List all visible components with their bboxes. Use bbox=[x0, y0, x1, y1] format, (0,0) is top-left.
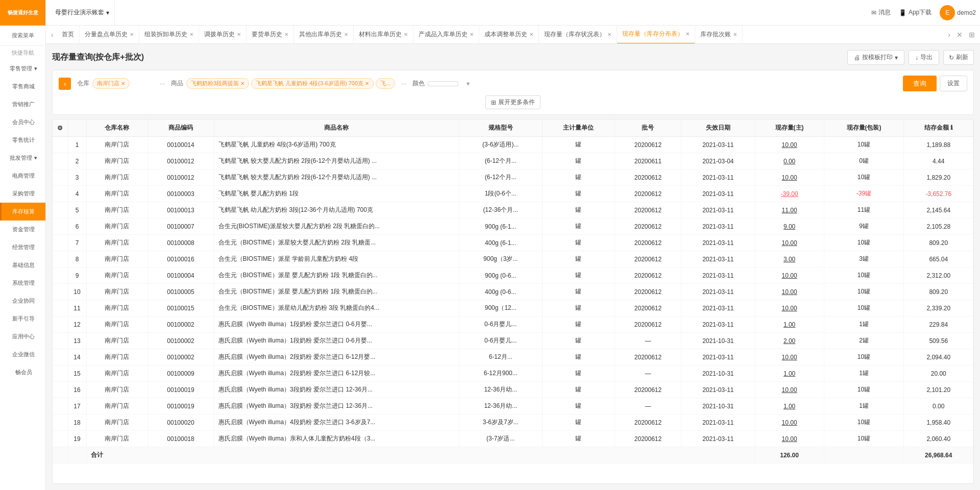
tab-split-inventory[interactable]: 分量盘点单历史 ✕ bbox=[80, 26, 139, 44]
sidebar-item-member2[interactable]: 畅会员 bbox=[0, 363, 45, 381]
refresh-button[interactable]: ↻ 刷新 bbox=[943, 50, 974, 65]
messages-button[interactable]: ✉ 消息 bbox=[871, 8, 891, 17]
tab-prev-button[interactable]: ‹ bbox=[48, 29, 57, 41]
cell-qty-main[interactable]: 10.00 bbox=[755, 431, 824, 447]
sidebar-item-system[interactable]: 系统管理 bbox=[0, 274, 45, 292]
sidebar-item-retail-stats[interactable]: 零售统计 bbox=[0, 131, 45, 149]
color-dropdown-icon[interactable]: ▾ bbox=[467, 80, 470, 87]
tab-close-icon[interactable]: ✕ bbox=[470, 32, 474, 37]
cell-qty-main[interactable]: 10.00 bbox=[755, 169, 824, 186]
col-balance: 结存金额 ℹ bbox=[904, 119, 973, 137]
cell-qty-main[interactable]: 0.00 bbox=[755, 153, 824, 169]
account-dropdown[interactable]: 母婴行业演示账套 ▾ bbox=[50, 0, 115, 26]
product-tag-close-0[interactable]: ✕ bbox=[240, 81, 244, 86]
cell-qty-pkg: 10罐 bbox=[824, 137, 904, 153]
tab-material-out[interactable]: 材料出库单历史 ✕ bbox=[354, 26, 413, 44]
sidebar-item-wechat[interactable]: 企业微信 bbox=[0, 346, 45, 363]
cell-qty-main[interactable]: 10.00 bbox=[755, 382, 824, 398]
sidebar-item-operations[interactable]: 经营管理 bbox=[0, 238, 45, 256]
tab-other-out[interactable]: 其他出库单历史 ✕ bbox=[294, 26, 354, 44]
sidebar-item-purchase[interactable]: 采购管理 bbox=[0, 185, 45, 203]
sidebar-item-apps[interactable]: 应用中心 bbox=[0, 328, 45, 346]
cell-qty-main[interactable]: 1.00 bbox=[755, 398, 824, 414]
tab-disassemble[interactable]: 组装拆卸单历史 ✕ bbox=[139, 26, 199, 44]
cell-product-code: 00100002 bbox=[148, 316, 214, 333]
sidebar-item-member[interactable]: 会员中心 bbox=[0, 113, 45, 131]
col-expire: 失效日期 bbox=[681, 119, 755, 137]
cell-balance: 20.00 bbox=[904, 365, 973, 382]
tab-current-status[interactable]: 现存量（库存状况表） ✕ bbox=[539, 26, 617, 44]
tab-close-icon[interactable]: ✕ bbox=[189, 32, 193, 37]
cell-qty-main[interactable]: 2.00 bbox=[755, 333, 824, 349]
sidebar-item-retail-mgmt[interactable]: 零售管理 ▾ bbox=[0, 60, 45, 78]
tab-close-icon[interactable]: ✕ bbox=[607, 32, 611, 37]
tab-close-icon[interactable]: ✕ bbox=[130, 32, 134, 37]
sidebar-item-retail-shop[interactable]: 零售商城 bbox=[0, 78, 45, 95]
sidebar-item-marketing[interactable]: 营销推广 bbox=[0, 95, 45, 113]
tab-close-icon[interactable]: ✕ bbox=[237, 32, 241, 37]
tab-current-dist[interactable]: 现存量（库存分布表） ✕ bbox=[617, 26, 695, 44]
cell-qty-main[interactable]: 1.00 bbox=[755, 365, 824, 382]
tab-product-in[interactable]: 产成品入库单历史 ✕ bbox=[413, 26, 479, 44]
export-button[interactable]: ↓ 导出 bbox=[909, 50, 939, 65]
sidebar-item-corp[interactable]: 企业协同 bbox=[0, 292, 45, 310]
cell-qty-main[interactable]: 3.00 bbox=[755, 251, 824, 267]
cell-qty-main[interactable]: 10.00 bbox=[755, 235, 824, 251]
tab-close-icon[interactable]: ✕ bbox=[404, 32, 408, 37]
tab-close-icon[interactable]: ✕ bbox=[529, 32, 533, 37]
sidebar-item-guide[interactable]: 新手引导 bbox=[0, 310, 45, 328]
sidebar-item-basic[interactable]: 基础信息 bbox=[0, 256, 45, 274]
query-button[interactable]: 查询 bbox=[903, 76, 937, 91]
sidebar-item-label: 应用中心 bbox=[12, 333, 35, 339]
tab-close-icon[interactable]: ✕ bbox=[685, 31, 690, 37]
product-tag-0[interactable]: 飞鹤奶粉3段两提装 ✕ bbox=[186, 78, 249, 89]
quick-nav-label[interactable]: 快捷导航 bbox=[0, 46, 45, 60]
cell-qty-main[interactable]: 10.00 bbox=[755, 349, 824, 365]
sidebar-item-finance[interactable]: 资金管理 bbox=[0, 220, 45, 238]
cell-qty-main[interactable]: 11.00 bbox=[755, 202, 824, 218]
filter-expand-left-button[interactable]: › bbox=[59, 78, 71, 90]
expand-conditions-button[interactable]: ⊞ 展开更多条件 bbox=[485, 95, 541, 109]
tab-close-all-button[interactable]: ✕ bbox=[953, 29, 966, 41]
cell-qty-main[interactable]: 10.00 bbox=[755, 267, 824, 284]
product-tag-text-2: 飞... bbox=[380, 80, 390, 87]
cell-qty-main[interactable]: 10.00 bbox=[755, 414, 824, 431]
cell-qty-main[interactable]: 10.00 bbox=[755, 137, 824, 153]
color-input[interactable] bbox=[428, 81, 458, 86]
sidebar-item-ecommerce[interactable]: 电商管理 bbox=[0, 167, 45, 185]
cell-qty-main[interactable]: 9.00 bbox=[755, 218, 824, 235]
tab-requisition[interactable]: 要货单历史 ✕ bbox=[247, 26, 294, 44]
cell-warehouse: 南岸门店 bbox=[86, 267, 148, 284]
product-tag-1[interactable]: 飞鹤星飞帆 儿童奶粉 4段(3-6岁适用) 700克 ✕ bbox=[251, 78, 374, 89]
cell-product-code: 00100012 bbox=[148, 153, 214, 169]
warehouse-tag-close[interactable]: ✕ bbox=[121, 81, 125, 86]
print-button[interactable]: 🖨 按模板打印 ▾ bbox=[847, 50, 904, 65]
tab-home[interactable]: 首页 bbox=[57, 26, 80, 44]
cell-qty-main[interactable]: 10.00 bbox=[755, 284, 824, 300]
sidebar-item-wholesale[interactable]: 批发管理 ▾ bbox=[0, 149, 45, 167]
sidebar-item-inventory[interactable]: 库存核算 bbox=[0, 203, 45, 220]
cell-qty-main[interactable]: 1.00 bbox=[755, 316, 824, 333]
setting-button[interactable]: 设置 bbox=[940, 76, 967, 91]
search-menu-button[interactable]: 搜索菜单 bbox=[3, 30, 42, 41]
tab-next-button[interactable]: › bbox=[945, 29, 953, 41]
cell-qty-main[interactable]: -39.00 bbox=[755, 186, 824, 202]
tab-mix[interactable]: 调拨单历史 ✕ bbox=[199, 26, 247, 44]
warehouse-tag-0[interactable]: 南岸门店 ✕ bbox=[92, 78, 130, 89]
tab-close-icon[interactable]: ✕ bbox=[733, 32, 737, 37]
tab-close-icon[interactable]: ✕ bbox=[284, 32, 288, 37]
cell-batch: 20200611 bbox=[615, 153, 681, 169]
user-profile[interactable]: E demo2 bbox=[940, 5, 976, 20]
product-tag-close-1[interactable]: ✕ bbox=[365, 81, 369, 86]
tab-close-icon[interactable]: ✕ bbox=[344, 32, 348, 37]
tab-batch-account[interactable]: 库存批次账 ✕ bbox=[695, 26, 743, 44]
cell-product-name: 合生元（BIOSTIME）派星较大婴儿配方奶粉 2段 乳糖蛋... bbox=[214, 235, 459, 251]
filter-action-buttons: 查询 设置 bbox=[903, 76, 967, 91]
cell-qty-main[interactable]: 10.00 bbox=[755, 300, 824, 316]
app-download-button[interactable]: 📱 App下载 bbox=[899, 8, 932, 17]
col-gear[interactable]: ⚙ bbox=[53, 119, 68, 137]
product-more[interactable]: ··· bbox=[401, 80, 406, 87]
warehouse-more[interactable]: ··· bbox=[160, 80, 165, 87]
tab-expand-button[interactable]: ⊞ bbox=[966, 29, 978, 41]
tab-cost-adjust[interactable]: 成本调整单历史 ✕ bbox=[479, 26, 539, 44]
